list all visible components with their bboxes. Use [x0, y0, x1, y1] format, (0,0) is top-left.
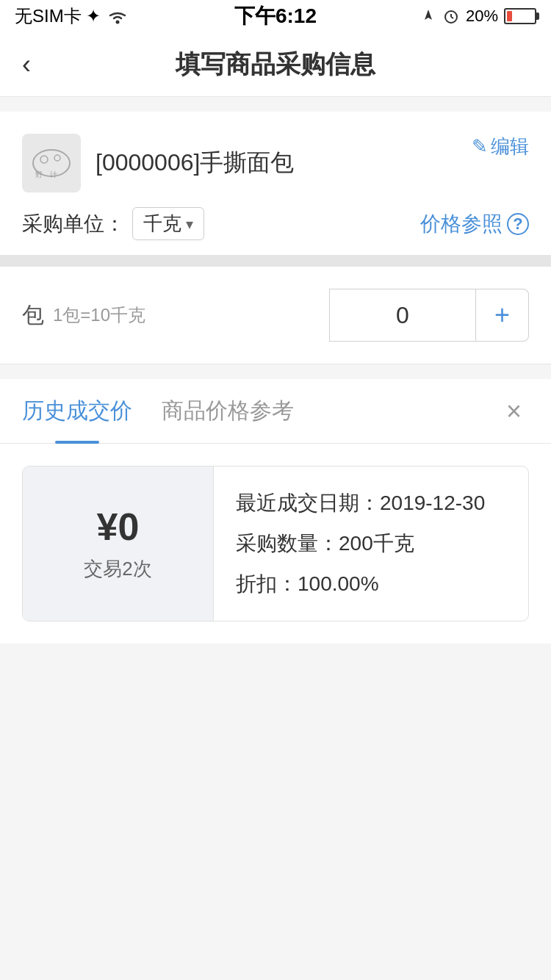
tab-section: 历史成交价 商品价格参考 × ¥0 交易2次 最近成交日期：2019-12-30… [0, 379, 551, 644]
tab-items: 历史成交价 商品价格参考 [22, 379, 294, 444]
unit-left: 采购单位： 千克 ▾ [22, 207, 204, 240]
purchase-quantity-row: 采购数量：200千克 [236, 529, 506, 558]
product-thumbnail: 野 计 [22, 134, 81, 192]
quantity-plus-button[interactable]: + [476, 289, 529, 342]
last-transaction-label: 最近成交日期： [236, 491, 380, 514]
discount-value: 100.00% [298, 572, 379, 595]
unit-select[interactable]: 千克 ▾ [132, 207, 204, 240]
product-card: 野 计 [0000006]手撕面包 ✎ 编辑 采购单位： 千克 ▾ 价格参照 ? [0, 112, 551, 255]
quantity-row: 包 1包=10千克 + [0, 267, 551, 364]
edit-icon: ✎ [472, 135, 488, 158]
tab-product-price[interactable]: 商品价格参考 [162, 379, 294, 444]
svg-line-3 [451, 17, 453, 18]
tab-history-price[interactable]: 历史成交价 [22, 379, 132, 444]
bottom-area [0, 644, 551, 980]
status-time: 下午6:12 [234, 2, 317, 30]
unit-value: 千克 [143, 211, 181, 237]
price-reference-button[interactable]: 价格参照 ? [420, 210, 529, 238]
battery-fill [507, 11, 512, 21]
discount-label: 折扣： [236, 572, 298, 595]
carrier-label: 无SIM卡 ✦ [15, 4, 101, 28]
price-reference-label: 价格参照 [420, 210, 503, 238]
edit-button[interactable]: ✎ 编辑 [472, 134, 529, 159]
last-transaction-row: 最近成交日期：2019-12-30 [236, 489, 506, 517]
tab-history-price-label: 历史成交价 [22, 396, 132, 426]
dropdown-arrow-icon: ▾ [186, 215, 193, 233]
tab-product-price-label: 商品价格参考 [162, 396, 294, 426]
svg-point-0 [116, 21, 120, 24]
history-card-right: 最近成交日期：2019-12-30 采购数量：200千克 折扣：100.00% [214, 466, 528, 621]
history-card: ¥0 交易2次 最近成交日期：2019-12-30 采购数量：200千克 折扣：… [22, 466, 529, 621]
alarm-icon [442, 8, 460, 24]
battery-percent: 20% [466, 7, 498, 26]
product-left: 野 计 [0000006]手撕面包 [22, 134, 294, 192]
quantity-label: 包 1包=10千克 [22, 300, 145, 331]
quantity-input-group: + [329, 289, 529, 342]
product-header: 野 计 [0000006]手撕面包 ✎ 编辑 [22, 134, 529, 192]
nav-bar: ‹ 填写商品采购信息 [0, 32, 551, 97]
discount-row: 折扣：100.00% [236, 569, 506, 598]
purchase-quantity-label: 采购数量： [236, 532, 339, 555]
history-price: ¥0 [97, 505, 140, 549]
quantity-hint: 1包=10千克 [53, 303, 145, 327]
product-unit-row: 采购单位： 千克 ▾ 价格参照 ? [22, 207, 529, 240]
edit-label: 编辑 [491, 134, 529, 159]
tab-header: 历史成交价 商品价格参考 × [0, 379, 551, 444]
status-bar: 无SIM卡 ✦ 下午6:12 20% [0, 0, 551, 32]
quantity-unit: 包 [22, 300, 44, 331]
page-title: 填写商品采购信息 [176, 48, 375, 82]
status-right: 20% [420, 7, 536, 26]
product-name: [0000006]手撕面包 [96, 147, 294, 179]
tab-close-button[interactable]: × [499, 389, 529, 434]
wifi-icon [107, 8, 129, 24]
battery-icon [504, 8, 536, 24]
svg-point-5 [40, 156, 48, 163]
svg-text:野: 野 [35, 170, 43, 179]
back-button[interactable]: ‹ [22, 42, 38, 87]
question-icon: ? [507, 213, 529, 235]
section-divider [0, 255, 551, 267]
history-trades: 交易2次 [84, 556, 151, 582]
last-transaction-date: 2019-12-30 [380, 491, 485, 514]
history-content: ¥0 交易2次 最近成交日期：2019-12-30 采购数量：200千克 折扣：… [0, 444, 551, 644]
history-card-left: ¥0 交易2次 [23, 466, 214, 621]
unit-label: 采购单位： [22, 210, 125, 238]
quantity-input[interactable] [329, 289, 476, 342]
svg-point-6 [54, 155, 60, 161]
location-icon [420, 8, 436, 24]
svg-text:计: 计 [50, 170, 57, 179]
purchase-quantity-value: 200千克 [339, 532, 414, 555]
status-left: 无SIM卡 ✦ [15, 4, 129, 28]
